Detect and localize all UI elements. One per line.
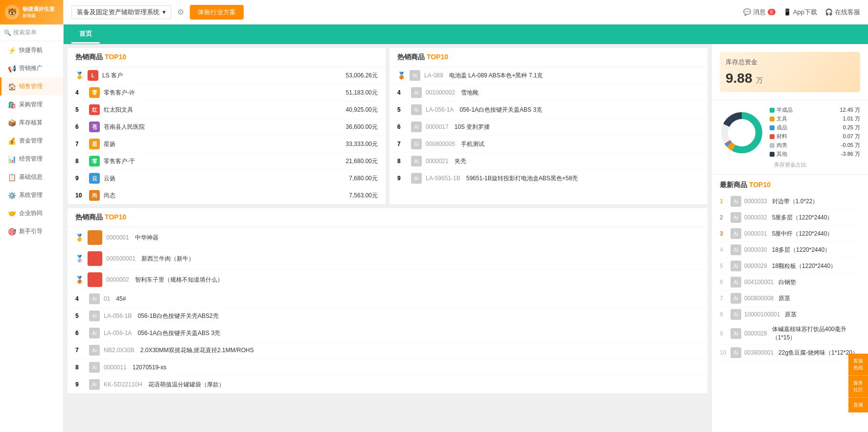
- rank-number: 10: [720, 349, 728, 356]
- product-name: 59651-1B旋转投影灯电池盒ABS黑色+58壳: [466, 174, 700, 183]
- inventory-icon: 📦: [7, 119, 16, 127]
- rank-number: 8: [397, 158, 407, 165]
- list-item: 5 Ai 0000029 18颗粒板（1220*2440）: [720, 258, 860, 274]
- sidebar-item-operation[interactable]: 📊 经营管理: [0, 150, 63, 168]
- tab-home[interactable]: 首页: [71, 25, 100, 44]
- legend-label: 肉类: [777, 142, 839, 149]
- sidebar-item-label: 采购管理: [19, 100, 43, 109]
- list-item: 🥉 0000002 智利车子里（规格不知道填什么）: [68, 269, 708, 290]
- product-code: 01: [104, 295, 110, 302]
- legend-value: 0.07 万: [843, 133, 860, 140]
- online-service-button[interactable]: 🎧 在线客服: [825, 8, 860, 17]
- sidebar-item-system[interactable]: ⚙️ 系统管理: [0, 186, 63, 204]
- legend-label: 其他: [777, 150, 839, 158]
- product-icon: Ai: [731, 212, 741, 223]
- trial-button[interactable]: 体验行业方案: [190, 5, 244, 20]
- product-thumb: [88, 272, 102, 287]
- hot-products-right-header: 热销商品 TOP10: [389, 48, 708, 67]
- sidebar-item-marketing[interactable]: 📢 营销推广: [0, 59, 63, 77]
- customer-service-button[interactable]: 客服热线: [848, 354, 868, 376]
- product-icon: Ai: [731, 328, 741, 339]
- message-badge: 6: [768, 9, 776, 15]
- rank-number: 5: [75, 312, 85, 319]
- product-name: 手机测试: [461, 140, 700, 148]
- product-icon: Ai: [411, 173, 422, 184]
- sidebar-item-label: 企业协同: [19, 209, 43, 217]
- product-code: LA-056-1A: [426, 106, 454, 113]
- logo-icon: 🐯: [5, 5, 20, 20]
- list-item: 5 Ai LA-056-1B 056-1B白色按键开关壳ABS2壳: [68, 308, 708, 325]
- list-item: 9 Ai KK-SD22110H 花语萌值温分罐罐袋（厚款）: [68, 376, 708, 393]
- rank-number: 2: [720, 214, 728, 221]
- message-icon: 💬: [743, 8, 751, 16]
- sidebar-item-sales[interactable]: 🏠 销售管理: [0, 77, 63, 96]
- online-service-label: 在线客服: [835, 8, 860, 17]
- left-panels: 热销商品 TOP10 🥇 L LS 客户 53,006.26元 4 零 零售客: [64, 44, 711, 432]
- product-code: LA-59651-1B: [426, 175, 460, 182]
- customer-name: 尚态: [104, 192, 349, 200]
- product-code: 0000011: [104, 364, 127, 371]
- operation-icon: 📊: [7, 155, 16, 163]
- system-select[interactable]: 装备及固定资产辅助管理系统 ▾: [71, 5, 171, 19]
- rank-number: 9: [75, 381, 85, 388]
- customer-amount: 7,680.00元: [349, 174, 378, 183]
- sidebar-item-basic[interactable]: 📋 基础信息: [0, 168, 63, 186]
- product-name: 18多层（1220*2440）: [772, 246, 860, 254]
- search-icon: 🔍: [4, 29, 11, 36]
- list-item: 8 Ai 0000021 夹壳: [389, 153, 708, 170]
- product-code: LA-056-1A: [104, 330, 132, 336]
- product-name: 封边带（1.0*22）: [772, 197, 860, 206]
- list-item: 10 Ai 003800001 22g鱼豆腐-烧烤味（1*12*20）: [720, 345, 860, 361]
- app-download-button[interactable]: 📱 App下载: [783, 8, 817, 17]
- product-code: 0000031: [744, 230, 767, 237]
- rank-number: 6: [75, 123, 85, 130]
- donut-chart: [720, 111, 764, 155]
- chart-section: 半成品 12.45 万 文具 1.01 万 成品 0.25 万: [712, 100, 868, 175]
- list-item: 🥈 000500001 新西兰牛肉（新牛）: [68, 248, 708, 269]
- legend-dot: [770, 134, 775, 139]
- list-item: 8 Ai 10000100001 原茎: [720, 307, 860, 323]
- product-name: 10S 变刹罗搂: [455, 123, 700, 131]
- legend-label: 半成品: [777, 106, 838, 114]
- product-name: 056-1A白色按键开关盖ABS 3克: [459, 106, 700, 114]
- headset-icon: 🎧: [825, 8, 833, 16]
- message-button[interactable]: 💬 消息 6: [743, 8, 776, 17]
- legend-item: 肉类 -0.05 万: [770, 142, 860, 149]
- legend-value: 1.01 万: [843, 115, 860, 122]
- customer-name: 云扬: [104, 174, 349, 183]
- service-community-button[interactable]: 服务社区: [848, 376, 868, 398]
- product-icon: Ai: [731, 261, 741, 271]
- top-customers-header: 热销商品 TOP10: [68, 48, 386, 67]
- product-code: 0000017: [426, 123, 449, 130]
- rank-number: 4: [75, 89, 85, 96]
- rank-number: 6: [397, 123, 407, 130]
- sidebar-item-inventory[interactable]: 📦 库存核算: [0, 114, 63, 132]
- product-code: 001000002: [426, 89, 455, 96]
- sidebar-item-quick[interactable]: ⚡ 快捷导航: [0, 41, 63, 59]
- sidebar-item-coop[interactable]: 🤝 企业协同: [0, 204, 63, 222]
- product-code: 0000021: [426, 158, 449, 165]
- customer-amount: 36,600.00元: [346, 123, 378, 131]
- sidebar-item-label: 库存核算: [19, 119, 43, 127]
- product-code: 0000001: [106, 234, 129, 241]
- sidebar-item-label: 系统管理: [19, 191, 43, 199]
- product-icon: Ai: [411, 121, 422, 132]
- medal-icon: 🥉: [397, 72, 406, 79]
- product-name: 45#: [116, 295, 700, 302]
- settings-icon[interactable]: ⚙: [177, 7, 184, 17]
- quick-icon: ⚡: [7, 47, 16, 54]
- sidebar-item-purchase[interactable]: 🛍️ 采购管理: [0, 96, 63, 114]
- sidebar-item-label: 经营管理: [19, 155, 43, 163]
- legend-item: 材料 0.07 万: [770, 133, 860, 140]
- live-button[interactable]: 直播: [848, 398, 868, 412]
- search-menu[interactable]: 🔍 搜索菜单: [0, 24, 63, 41]
- list-item: 4 Ai 0000030 18多层（1220*2440）: [720, 242, 860, 258]
- sidebar-item-finance[interactable]: 💰 资金管理: [0, 132, 63, 150]
- product-code: 0000002: [106, 276, 129, 283]
- sidebar-item-guide[interactable]: 🎯 新手引导: [0, 222, 63, 240]
- avatar: 红: [89, 104, 100, 115]
- sidebar-item-label: 新手引导: [19, 227, 43, 236]
- product-icon: Ai: [731, 244, 741, 255]
- product-icon: Ai: [89, 345, 100, 356]
- list-item: 7 Ai 000800005 手机测试: [389, 136, 708, 153]
